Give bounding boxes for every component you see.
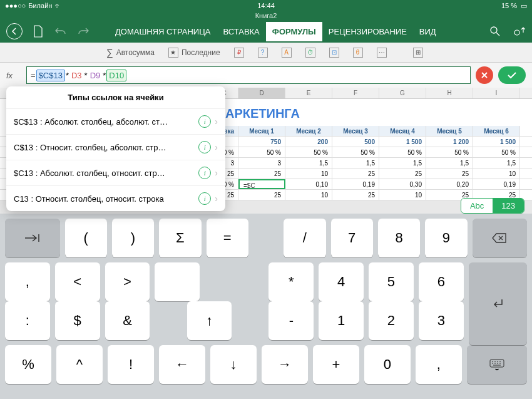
key-slash[interactable]: / [284, 219, 325, 257]
ref-type-option[interactable]: C$13 : Относит. столбец, абсолют. стр…i› [6, 135, 225, 160]
key-sigma[interactable]: Σ [159, 219, 201, 257]
backspace-key[interactable] [473, 219, 528, 257]
tab-key[interactable] [5, 219, 60, 257]
key-5[interactable]: 5 [369, 262, 414, 301]
key-right[interactable]: → [262, 345, 308, 384]
file-icon[interactable] [31, 24, 45, 38]
wifi-icon: ᯤ [54, 2, 61, 9]
info-icon[interactable]: i [198, 167, 211, 179]
key-left[interactable]: ← [159, 345, 205, 384]
key-star[interactable]: * [269, 262, 314, 301]
cancel-button[interactable] [476, 66, 493, 84]
battery-percent: 15 % [501, 2, 517, 9]
key-comma[interactable]: , [5, 262, 50, 301]
key-3[interactable]: 3 [419, 301, 464, 340]
key-plus[interactable]: + [313, 345, 359, 384]
key-minus[interactable]: - [269, 301, 314, 340]
chevron-right-icon: › [215, 168, 218, 178]
key-0[interactable]: 0 [364, 345, 411, 384]
ribbon-toolbar: ∑Автосумма ★Последние ₽ ? A ⏱ ⊡ θ ⋯ ⊞ [0, 43, 532, 63]
cell-ref-4[interactable]: D10 [106, 70, 126, 81]
info-icon[interactable]: i [198, 141, 211, 153]
tab-review[interactable]: РЕЦЕНЗИРОВАНИЕ [322, 22, 413, 41]
key-9[interactable]: 9 [425, 219, 467, 257]
key-blank[interactable] [155, 262, 200, 301]
chevron-right-icon: › [215, 117, 218, 127]
hide-keyboard-key[interactable] [467, 345, 527, 384]
mode-abc[interactable]: Abc [461, 199, 493, 213]
formula-input[interactable]: = $C$13 * D3 * D9 * D10 [26, 66, 471, 84]
status-bar: ●●●○○ Билайн ᯤ 14:44 15 % ▭ [0, 0, 532, 11]
key-8[interactable]: 8 [378, 219, 420, 257]
lookup-icon[interactable]: ⊡ [329, 48, 339, 58]
reference-types-popup: Типы ссылок на ячейки $C$13 : Абсолют. с… [6, 86, 225, 211]
ref-type-option[interactable]: $C$13 : Абсолют. столбец, абсолют. ст…i› [6, 109, 225, 135]
col-header[interactable]: F [332, 88, 379, 98]
info-icon[interactable]: i [198, 115, 211, 128]
ref-type-option[interactable]: $C13 : Абсолют. столбец, относит. стр…i› [6, 160, 225, 186]
tab-view[interactable]: ВИД [413, 22, 442, 41]
calc-icon[interactable]: ⊞ [413, 48, 423, 58]
back-button[interactable] [6, 23, 23, 39]
key-caret[interactable]: ^ [56, 345, 103, 384]
formula-bar: fx = $C$13 * D3 * D9 * D10 [0, 63, 532, 88]
key-colon[interactable]: : [5, 301, 50, 340]
tab-formulas[interactable]: ФОРМУЛЫ [266, 22, 322, 41]
redo-icon[interactable] [76, 24, 90, 38]
key-lparen[interactable]: ( [65, 219, 107, 257]
enter-key[interactable] [469, 262, 527, 345]
cell-ref-3[interactable]: D9 [88, 70, 103, 81]
chevron-right-icon: › [215, 194, 218, 204]
key-up[interactable]: ↑ [187, 301, 232, 340]
cell-ref-2[interactable]: D3 [69, 70, 84, 81]
svg-point-0 [491, 27, 497, 33]
math-icon[interactable]: θ [353, 48, 363, 58]
logical-icon[interactable]: ? [258, 48, 268, 58]
clock: 14:44 [257, 2, 275, 9]
search-icon[interactable] [488, 24, 502, 38]
key-dollar[interactable]: $ [55, 301, 100, 340]
undo-icon[interactable] [54, 24, 68, 38]
numeric-keyboard: ( ) Σ = / 7 8 9 , < > * 4 5 6 : $ & ↑ - … [0, 214, 532, 399]
key-1[interactable]: 1 [319, 301, 364, 340]
text-icon[interactable]: A [282, 48, 292, 58]
key-amp[interactable]: & [105, 301, 150, 340]
key-4[interactable]: 4 [319, 262, 364, 301]
key-comma2[interactable]: , [416, 345, 462, 384]
key-percent[interactable]: % [5, 345, 51, 384]
key-2[interactable]: 2 [369, 301, 414, 340]
col-header[interactable]: E [285, 88, 332, 98]
info-icon[interactable]: i [198, 192, 211, 205]
key-bang[interactable]: ! [108, 345, 154, 384]
keyboard-mode-toggle: Abc 123 [461, 198, 524, 214]
more-icon[interactable]: ⋯ [377, 48, 387, 58]
tab-home[interactable]: ДОМАШНЯЯ СТРАНИЦА [109, 22, 217, 41]
financial-icon[interactable]: ₽ [234, 48, 244, 58]
key-equals[interactable]: = [207, 219, 248, 257]
chevron-right-icon: › [215, 142, 218, 152]
key-down[interactable]: ↓ [210, 345, 257, 384]
col-header[interactable]: I [473, 88, 520, 98]
confirm-button[interactable] [498, 66, 526, 84]
datetime-icon[interactable]: ⏱ [305, 48, 315, 58]
key-gt[interactable]: > [105, 262, 150, 301]
ref-type-option[interactable]: C13 : Относит. столбец, относит. строкаi… [6, 186, 225, 211]
ribbon-tabs: ДОМАШНЯЯ СТРАНИЦА ВСТАВКА ФОРМУЛЫ РЕЦЕНЗ… [109, 22, 442, 41]
col-header[interactable]: D [238, 88, 285, 98]
popup-title: Типы ссылок на ячейки [6, 86, 225, 109]
mode-123[interactable]: 123 [493, 199, 524, 213]
carrier: Билайн [28, 2, 52, 9]
key-7[interactable]: 7 [331, 219, 373, 257]
key-6[interactable]: 6 [419, 262, 464, 301]
col-header[interactable]: H [426, 88, 473, 98]
share-icon[interactable] [512, 24, 526, 38]
tab-insert[interactable]: ВСТАВКА [217, 22, 266, 41]
recent-button[interactable]: ★Последние [168, 48, 220, 58]
fx-label: fx [6, 71, 21, 80]
autosum-button[interactable]: ∑Автосумма [106, 47, 155, 58]
signal-dots: ●●●○○ [5, 2, 26, 9]
key-rparen[interactable]: ) [112, 219, 154, 257]
cell-ref-1[interactable]: $C$13 [36, 70, 65, 81]
key-lt[interactable]: < [55, 262, 100, 301]
col-header[interactable]: G [379, 88, 426, 98]
